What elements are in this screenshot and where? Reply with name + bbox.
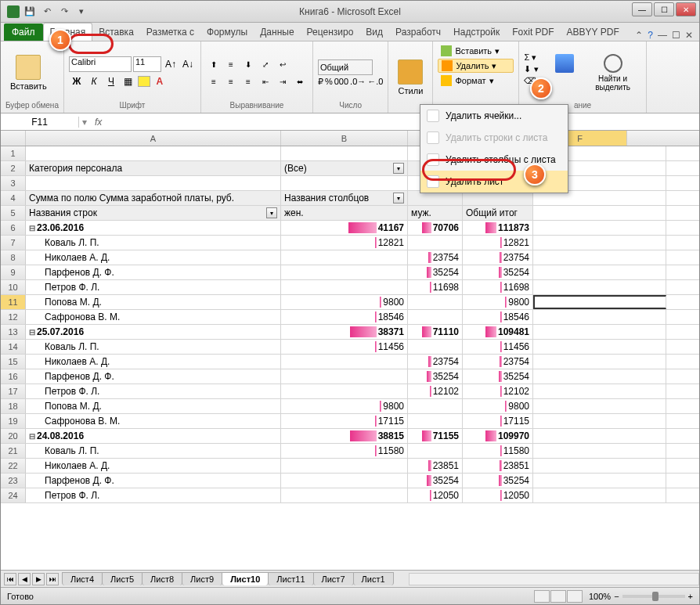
cell[interactable]: 23754 bbox=[463, 355, 533, 369]
cell[interactable] bbox=[281, 474, 408, 488]
menu-delete-cells[interactable]: Удалить ячейки... bbox=[420, 105, 568, 127]
cell[interactable]: Попова М. Д. bbox=[26, 399, 281, 413]
tab-view[interactable]: Вид bbox=[359, 23, 389, 41]
cell[interactable] bbox=[281, 355, 408, 369]
font-color-button[interactable]: A bbox=[152, 74, 168, 89]
row-header[interactable]: 2 bbox=[1, 161, 26, 175]
row-header[interactable]: 12 bbox=[1, 310, 26, 324]
row-header[interactable]: 18 bbox=[1, 399, 26, 413]
save-icon[interactable]: 💾 bbox=[23, 5, 37, 19]
cell[interactable] bbox=[408, 414, 463, 428]
menu-delete-columns[interactable]: Удалить столбцы с листа bbox=[420, 149, 568, 171]
cell[interactable] bbox=[408, 295, 463, 309]
select-all-corner[interactable] bbox=[1, 131, 26, 146]
cell[interactable]: 11580 bbox=[281, 444, 408, 458]
border-button[interactable]: ▦ bbox=[121, 74, 136, 89]
align-left-icon[interactable]: ≡ bbox=[206, 74, 222, 89]
styles-button[interactable]: Стили bbox=[393, 58, 428, 97]
cell[interactable] bbox=[533, 295, 666, 309]
cell[interactable] bbox=[533, 265, 666, 279]
row-header[interactable]: 17 bbox=[1, 384, 26, 398]
zoom-slider[interactable] bbox=[622, 595, 685, 598]
find-select-button[interactable]: Найти и выделить bbox=[585, 52, 641, 93]
cell[interactable]: 23851 bbox=[463, 459, 533, 473]
sheet-nav-last-icon[interactable]: ⏭ bbox=[46, 573, 59, 585]
cell[interactable]: 41167 bbox=[281, 221, 408, 235]
page-break-view-icon[interactable] bbox=[567, 590, 583, 603]
cell[interactable]: 23851 bbox=[408, 459, 463, 473]
font-size-combo[interactable]: 11 bbox=[133, 56, 161, 72]
cell[interactable]: Коваль Л. П. bbox=[26, 236, 281, 250]
zoom-in-icon[interactable]: + bbox=[688, 592, 693, 601]
column-header-B[interactable]: B bbox=[281, 131, 408, 146]
sheet-tab[interactable]: Лист11 bbox=[268, 572, 313, 585]
cell[interactable]: Петров Ф. Л. bbox=[26, 280, 281, 294]
sheet-tab[interactable]: Лист9 bbox=[182, 572, 222, 585]
number-format-combo[interactable]: Общий bbox=[318, 59, 373, 75]
tab-addins[interactable]: Надстройк bbox=[447, 23, 506, 41]
undo-icon[interactable]: ↶ bbox=[40, 5, 54, 19]
cell[interactable] bbox=[408, 399, 463, 413]
cell[interactable] bbox=[533, 414, 666, 428]
cell[interactable]: Николаев А. Д. bbox=[26, 459, 281, 473]
tab-foxit[interactable]: Foxit PDF bbox=[506, 23, 560, 41]
cell[interactable]: 12102 bbox=[408, 384, 463, 398]
sheet-tab[interactable]: Лист10 bbox=[222, 572, 269, 585]
cell[interactable] bbox=[533, 399, 666, 413]
cell[interactable] bbox=[533, 280, 666, 294]
row-header[interactable]: 19 bbox=[1, 414, 26, 428]
cell[interactable]: 109970 bbox=[463, 429, 533, 443]
cell[interactable]: 9800 bbox=[281, 399, 408, 413]
cell[interactable]: Петров Ф. Л. bbox=[26, 488, 281, 502]
row-header[interactable]: 23 bbox=[1, 474, 26, 488]
cell[interactable]: 23754 bbox=[408, 355, 463, 369]
align-bottom-icon[interactable]: ⬇ bbox=[240, 56, 256, 72]
cell[interactable] bbox=[281, 265, 408, 279]
cell[interactable]: Сумма по полю Сумма заработной платы, ру… bbox=[26, 191, 281, 205]
cell[interactable]: Названия столбцов▾ bbox=[281, 191, 408, 205]
tab-file[interactable]: Файл bbox=[4, 23, 43, 41]
collapse-icon[interactable]: ⊟ bbox=[29, 328, 35, 337]
minimize-button[interactable]: — bbox=[632, 2, 652, 16]
increase-indent-icon[interactable]: ⇥ bbox=[275, 74, 290, 89]
collapse-icon[interactable]: ⊟ bbox=[29, 432, 35, 441]
row-header[interactable]: 21 bbox=[1, 444, 26, 458]
paste-button[interactable]: Вставить bbox=[5, 53, 52, 92]
cell[interactable] bbox=[408, 444, 463, 458]
percent-icon[interactable]: % bbox=[325, 77, 333, 87]
row-header[interactable]: 3 bbox=[1, 176, 26, 190]
align-middle-icon[interactable]: ≡ bbox=[223, 56, 239, 72]
cell[interactable]: Попова М. Д. bbox=[26, 295, 281, 309]
cell[interactable]: 23754 bbox=[408, 250, 463, 265]
cell[interactable]: 35254 bbox=[463, 474, 533, 488]
tab-developer[interactable]: Разработч bbox=[389, 23, 447, 41]
cell[interactable]: Парфенов Д. Ф. bbox=[26, 265, 281, 279]
cell[interactable] bbox=[408, 310, 463, 324]
cell[interactable]: 23754 bbox=[463, 250, 533, 265]
cell[interactable]: 35254 bbox=[408, 474, 463, 488]
increase-font-icon[interactable]: A↑ bbox=[163, 56, 179, 72]
cell[interactable]: ⊟23.06.2016 bbox=[26, 221, 281, 235]
italic-button[interactable]: К bbox=[86, 74, 102, 89]
cell[interactable]: Сафронова В. М. bbox=[26, 414, 281, 428]
maximize-button[interactable]: ☐ bbox=[654, 2, 674, 16]
cell[interactable]: 11698 bbox=[408, 280, 463, 294]
align-center-icon[interactable]: ≡ bbox=[223, 74, 239, 89]
row-header[interactable]: 6 bbox=[1, 221, 26, 235]
cell[interactable] bbox=[408, 236, 463, 250]
workbook-close-icon[interactable]: ✕ bbox=[685, 30, 693, 41]
cell[interactable] bbox=[533, 444, 666, 458]
close-button[interactable]: ✕ bbox=[676, 2, 696, 16]
cell[interactable]: 18546 bbox=[281, 310, 408, 324]
collapse-icon[interactable]: ⊟ bbox=[29, 224, 35, 232]
cell[interactable]: Сафронова В. М. bbox=[26, 310, 281, 324]
cell[interactable]: 12821 bbox=[281, 236, 408, 250]
cell[interactable] bbox=[408, 340, 463, 354]
wrap-text-icon[interactable]: ↩ bbox=[275, 56, 290, 72]
cell[interactable]: муж. bbox=[408, 206, 463, 220]
cell[interactable] bbox=[533, 488, 666, 502]
cell[interactable]: 35254 bbox=[408, 369, 463, 384]
cell[interactable] bbox=[281, 488, 408, 502]
font-name-combo[interactable]: Calibri bbox=[69, 56, 132, 72]
tab-data[interactable]: Данные bbox=[254, 23, 300, 41]
